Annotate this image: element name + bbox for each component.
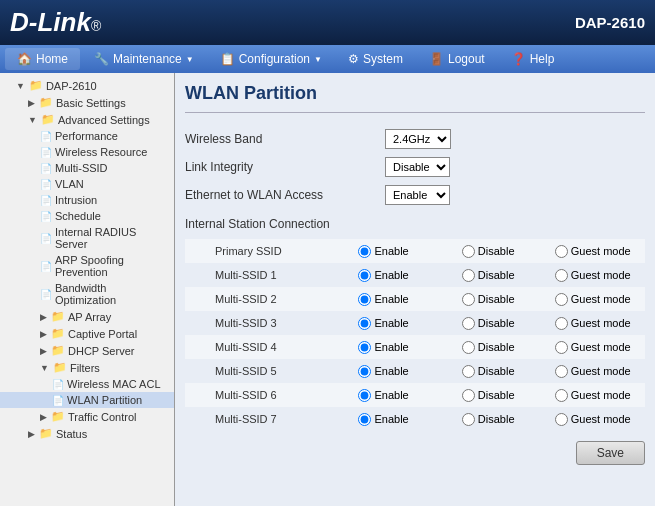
multi4-enable-label[interactable]: Enable xyxy=(331,341,436,354)
multi6-disable-label[interactable]: Disable xyxy=(436,389,541,402)
multi6-enable-radio[interactable] xyxy=(358,389,371,402)
file-icon-sched xyxy=(40,210,52,222)
primary-disable-label[interactable]: Disable xyxy=(436,245,541,258)
sidebar-item-wlan-partition[interactable]: WLAN Partition xyxy=(0,392,174,408)
multi4-disable-radio[interactable] xyxy=(462,341,475,354)
multi7-guest-label[interactable]: Guest mode xyxy=(540,413,645,426)
help-icon: ❓ xyxy=(511,52,526,66)
multi5-enable-radio[interactable] xyxy=(358,365,371,378)
wireless-band-select[interactable]: 2.4GHz 5GHz xyxy=(385,129,451,149)
file-icon-vlan xyxy=(40,178,52,190)
multi4-guest-radio[interactable] xyxy=(555,341,568,354)
sidebar-item-basic-settings[interactable]: ▶ Basic Settings xyxy=(0,94,174,111)
multi2-guest-radio[interactable] xyxy=(555,293,568,306)
sidebar-item-arp[interactable]: ARP Spoofing Prevention xyxy=(0,252,174,280)
multi3-enable-cell: Enable xyxy=(331,311,436,335)
sidebar-item-vlan[interactable]: VLAN xyxy=(0,176,174,192)
nav-logout[interactable]: 🚪 Logout xyxy=(417,48,497,70)
link-integrity-row: Link Integrity Disable Enable xyxy=(185,153,645,181)
multi3-disable-label[interactable]: Disable xyxy=(436,317,541,330)
multi3-guest-label[interactable]: Guest mode xyxy=(540,317,645,330)
primary-guest-radio[interactable] xyxy=(555,245,568,258)
multi2-guest-label[interactable]: Guest mode xyxy=(540,293,645,306)
multi5-disable-radio[interactable] xyxy=(462,365,475,378)
multi4-disable-cell: Disable xyxy=(436,335,541,359)
nav-configuration[interactable]: 📋 Configuration ▼ xyxy=(208,48,334,70)
primary-guest-label[interactable]: Guest mode xyxy=(540,245,645,258)
multi1-enable-label[interactable]: Enable xyxy=(331,269,436,282)
sidebar-item-multi-ssid[interactable]: Multi-SSID xyxy=(0,160,174,176)
radio-row-primary: Primary SSID Enable Disable xyxy=(185,239,645,263)
sidebar-item-bandwidth[interactable]: Bandwidth Optimization xyxy=(0,280,174,308)
multi3-enable-radio[interactable] xyxy=(358,317,371,330)
multi3-enable-label[interactable]: Enable xyxy=(331,317,436,330)
sidebar-item-status[interactable]: ▶ Status xyxy=(0,425,174,442)
expand-icon-filt: ▼ xyxy=(40,363,49,373)
configuration-icon: 📋 xyxy=(220,52,235,66)
multi5-enable-label[interactable]: Enable xyxy=(331,365,436,378)
nav-help[interactable]: ❓ Help xyxy=(499,48,567,70)
multi4-guest-label[interactable]: Guest mode xyxy=(540,341,645,354)
multi5-guest-label[interactable]: Guest mode xyxy=(540,365,645,378)
sidebar-item-performance[interactable]: Performance xyxy=(0,128,174,144)
multi1-disable-label[interactable]: Disable xyxy=(436,269,541,282)
sidebar-item-intrusion[interactable]: Intrusion xyxy=(0,192,174,208)
radio-row-multi5: Multi-SSID 5 Enable Disable Guest mode xyxy=(185,359,645,383)
sidebar-item-schedule[interactable]: Schedule xyxy=(0,208,174,224)
sidebar-item-ap-array[interactable]: ▶ AP Array xyxy=(0,308,174,325)
sidebar-item-traffic[interactable]: ▶ Traffic Control xyxy=(0,408,174,425)
sidebar-item-radius[interactable]: Internal RADIUS Server xyxy=(0,224,174,252)
primary-enable-label[interactable]: Enable xyxy=(331,245,436,258)
multi1-guest-label[interactable]: Guest mode xyxy=(540,269,645,282)
multi4-enable-radio[interactable] xyxy=(358,341,371,354)
save-button[interactable]: Save xyxy=(576,441,645,465)
multi2-disable-label[interactable]: Disable xyxy=(436,293,541,306)
multi7-disable-cell: Disable xyxy=(436,407,541,431)
multi6-enable-label[interactable]: Enable xyxy=(331,389,436,402)
multi2-enable-label[interactable]: Enable xyxy=(331,293,436,306)
multi2-disable-cell: Disable xyxy=(436,287,541,311)
sidebar-item-filters[interactable]: ▼ Filters xyxy=(0,359,174,376)
folder-icon-ap xyxy=(51,310,65,323)
multi5-guest-radio[interactable] xyxy=(555,365,568,378)
radio-row-multi7: Multi-SSID 7 Enable Disable Guest mode xyxy=(185,407,645,431)
multi2-guest-cell: Guest mode xyxy=(540,287,645,311)
nav-maintenance[interactable]: 🔧 Maintenance ▼ xyxy=(82,48,206,70)
multi3-disable-radio[interactable] xyxy=(462,317,475,330)
nav-home[interactable]: 🏠 Home xyxy=(5,48,80,70)
multi7-guest-radio[interactable] xyxy=(555,413,568,426)
folder-icon-filt xyxy=(53,361,67,374)
nav-system[interactable]: ⚙ System xyxy=(336,48,415,70)
multi6-guest-radio[interactable] xyxy=(555,389,568,402)
multi6-disable-radio[interactable] xyxy=(462,389,475,402)
multi2-enable-radio[interactable] xyxy=(358,293,371,306)
multi7-enable-label[interactable]: Enable xyxy=(331,413,436,426)
multi7-disable-radio[interactable] xyxy=(462,413,475,426)
settings-form: Wireless Band 2.4GHz 5GHz Link Integrity… xyxy=(185,125,645,237)
multi3-guest-radio[interactable] xyxy=(555,317,568,330)
sidebar-item-captive[interactable]: ▶ Captive Portal xyxy=(0,325,174,342)
multi5-disable-label[interactable]: Disable xyxy=(436,365,541,378)
multi1-guest-radio[interactable] xyxy=(555,269,568,282)
multi7-enable-radio[interactable] xyxy=(358,413,371,426)
multi7-disable-label[interactable]: Disable xyxy=(436,413,541,426)
sidebar-item-advanced-settings[interactable]: ▼ Advanced Settings xyxy=(0,111,174,128)
multi6-guest-label[interactable]: Guest mode xyxy=(540,389,645,402)
sidebar-item-wireless-resource[interactable]: Wireless Resource xyxy=(0,144,174,160)
navbar: 🏠 Home 🔧 Maintenance ▼ 📋 Configuration ▼… xyxy=(0,45,655,73)
link-integrity-select[interactable]: Disable Enable xyxy=(385,157,450,177)
sidebar-item-dap2610[interactable]: ▼ DAP-2610 xyxy=(0,77,174,94)
primary-disable-cell: Disable xyxy=(436,239,541,263)
sidebar-item-dhcp[interactable]: ▶ DHCP Server xyxy=(0,342,174,359)
primary-disable-radio[interactable] xyxy=(462,245,475,258)
multi1-enable-radio[interactable] xyxy=(358,269,371,282)
eth-wlan-select[interactable]: Enable Disable xyxy=(385,185,450,205)
multi1-disable-radio[interactable] xyxy=(462,269,475,282)
sidebar-item-mac-acl[interactable]: Wireless MAC ACL xyxy=(0,376,174,392)
home-icon: 🏠 xyxy=(17,52,32,66)
multi2-disable-radio[interactable] xyxy=(462,293,475,306)
multi7-guest-cell: Guest mode xyxy=(540,407,645,431)
primary-enable-radio[interactable] xyxy=(358,245,371,258)
save-row: Save xyxy=(185,431,645,465)
multi4-disable-label[interactable]: Disable xyxy=(436,341,541,354)
